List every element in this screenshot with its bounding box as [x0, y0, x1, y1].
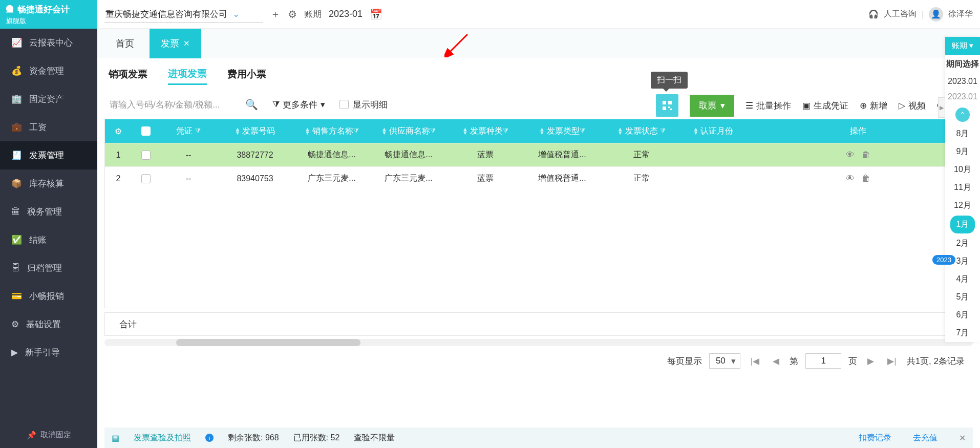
col-number[interactable]: 发票号码: [242, 126, 275, 137]
sidebar-item-invoice[interactable]: 🧾发票管理: [0, 141, 97, 169]
period-month[interactable]: 7月: [945, 324, 980, 342]
sort-icon[interactable]: ▲▼: [539, 127, 545, 135]
period-month[interactable]: 4月: [945, 270, 980, 288]
table-row[interactable]: 1--38872772畅捷通信息...畅捷通信息...蓝票增值税普通...正常👁…: [105, 143, 972, 166]
period-year-a[interactable]: 2023.01: [945, 74, 980, 89]
page-next[interactable]: ▶: [864, 356, 877, 367]
sidebar-item-reimburse[interactable]: 💳小畅报销: [0, 282, 97, 310]
scroll-up-icon[interactable]: ⌃: [955, 108, 970, 122]
delete-icon[interactable]: 🗑: [862, 150, 870, 160]
subtab-sales[interactable]: 销项发票: [109, 65, 147, 84]
filter-icon[interactable]: ⧩: [580, 127, 585, 135]
period-month[interactable]: 5月: [945, 288, 980, 306]
footer-close-icon[interactable]: ✕: [959, 433, 966, 443]
filter-icon[interactable]: ⧩: [660, 127, 666, 135]
period-month[interactable]: 10月: [945, 161, 980, 179]
view-icon[interactable]: 👁: [846, 174, 855, 184]
batch-ops-button[interactable]: ☰批量操作: [745, 100, 791, 112]
filter-icon[interactable]: ⧩: [430, 127, 436, 135]
col-kind[interactable]: 发票种类: [470, 126, 503, 137]
page-prev[interactable]: ◀: [770, 356, 782, 367]
sidebar-item-wallet[interactable]: 💰资金管理: [0, 57, 97, 85]
sidebar-item-label: 小畅报销: [29, 290, 64, 302]
sidebar-unpin[interactable]: 📌 取消固定: [0, 426, 97, 444]
year-badge: 2023: [932, 255, 955, 265]
sidebar-item-tax[interactable]: 🏛税务管理: [0, 198, 97, 226]
horizontal-scrollbar[interactable]: [104, 339, 973, 346]
calendar-icon[interactable]: 📅: [370, 8, 382, 20]
checkbox-icon[interactable]: [339, 100, 349, 109]
sort-icon[interactable]: ▲▼: [235, 127, 241, 135]
add-button[interactable]: ⊕新增: [860, 100, 887, 112]
period-month[interactable]: 9月: [945, 143, 980, 161]
search-input[interactable]: 请输入号码/名称/金额/税额... 🔍: [110, 98, 258, 111]
avatar[interactable]: 👤: [929, 7, 943, 22]
view-icon[interactable]: 👁: [846, 150, 855, 160]
sort-icon[interactable]: ▲▼: [693, 127, 699, 135]
page-first[interactable]: |◀: [748, 356, 762, 367]
period-year-b[interactable]: 2023.01: [945, 89, 980, 104]
period-month[interactable]: 12月: [945, 197, 980, 215]
sidebar-item-close-books[interactable]: ✅结账: [0, 226, 97, 254]
more-conditions[interactable]: ⧩ 更多条件 ▾: [272, 99, 325, 111]
headset-icon[interactable]: 🎧: [868, 9, 879, 19]
sort-icon[interactable]: ▲▼: [381, 127, 387, 135]
period-month[interactable]: 8月: [945, 125, 980, 143]
subtab-purchase[interactable]: 进项发票: [168, 64, 207, 85]
select-all-checkbox[interactable]: [141, 126, 151, 136]
col-cert-month[interactable]: 认证月份: [700, 126, 733, 137]
footer-log-link[interactable]: 扣费记录: [859, 433, 891, 443]
scrollbar-thumb[interactable]: [176, 339, 360, 346]
col-status[interactable]: 发票状态: [625, 126, 658, 137]
period-panel-collapse-handle[interactable]: ▶: [938, 97, 945, 118]
col-voucher[interactable]: 凭证: [176, 126, 193, 137]
gear-icon[interactable]: ⚙: [115, 126, 122, 136]
close-tab-icon[interactable]: ✕: [183, 39, 190, 48]
sidebar-item-guide[interactable]: ▶新手引导: [0, 338, 97, 367]
sidebar-item-stock[interactable]: 📦库存核算: [0, 169, 97, 198]
sidebar-item-archive[interactable]: 🗄归档管理: [0, 254, 97, 282]
add-company-icon[interactable]: ＋: [270, 7, 281, 21]
close-books-icon: ✅: [11, 234, 22, 245]
scan-qr-button[interactable]: [656, 94, 678, 117]
period-month[interactable]: 11月: [945, 179, 980, 197]
sidebar-item-chart[interactable]: 📈云报表中心: [0, 29, 97, 57]
settings-icon[interactable]: ⚙: [288, 8, 297, 20]
tab-home[interactable]: 首页: [104, 29, 145, 58]
tab-invoice[interactable]: 发票 ✕: [150, 29, 201, 58]
support-link[interactable]: 人工咨询: [884, 9, 917, 19]
company-selector[interactable]: 重庆畅捷交通信息咨询有限公司 ⌄: [104, 6, 263, 23]
row-checkbox[interactable]: [141, 151, 151, 160]
filter-icon[interactable]: ⧩: [503, 127, 508, 135]
col-seller[interactable]: 销售方名称: [312, 126, 353, 137]
delete-icon[interactable]: 🗑: [862, 174, 870, 184]
period-month[interactable]: 2月: [945, 234, 980, 252]
sort-icon[interactable]: ▲▼: [305, 127, 310, 135]
period-month-current[interactable]: 1月: [950, 216, 975, 233]
sidebar-item-payroll[interactable]: 💼工资: [0, 113, 97, 141]
per-page-select[interactable]: 50: [709, 353, 740, 369]
show-detail-toggle[interactable]: 显示明细: [339, 99, 388, 111]
info-icon[interactable]: i: [205, 434, 214, 442]
gen-voucher-button[interactable]: ▣生成凭证: [802, 100, 848, 112]
cell-type: 增值税普通...: [524, 167, 601, 190]
col-supplier[interactable]: 供应商名称: [389, 126, 430, 137]
page-input[interactable]: 1: [805, 353, 841, 369]
page-last[interactable]: ▶|: [884, 356, 899, 367]
period-month[interactable]: 6月: [945, 306, 980, 324]
sort-icon[interactable]: ▲▼: [462, 127, 468, 135]
footer-recharge-link[interactable]: 去充值: [913, 433, 938, 443]
table-row[interactable]: 2--83940753广东三元麦...广东三元麦...蓝票增值税普通...正常👁…: [105, 166, 972, 190]
fetch-invoice-button[interactable]: 取票▾: [690, 95, 734, 117]
row-checkbox[interactable]: [141, 174, 151, 183]
period-panel-header[interactable]: 账期 ▾: [945, 37, 980, 55]
col-type[interactable]: 发票类型: [547, 126, 580, 137]
video-button[interactable]: ▷视频: [899, 100, 926, 112]
sidebar-item-settings[interactable]: ⚙基础设置: [0, 310, 97, 338]
sidebar-item-building[interactable]: 🏢固定资产: [0, 85, 97, 113]
filter-icon[interactable]: ⧩: [353, 127, 359, 135]
filter-icon[interactable]: ⧩: [195, 127, 201, 135]
sort-icon[interactable]: ▲▼: [617, 127, 623, 135]
subtab-receipt[interactable]: 费用小票: [227, 65, 266, 84]
search-icon[interactable]: 🔍: [245, 98, 258, 111]
